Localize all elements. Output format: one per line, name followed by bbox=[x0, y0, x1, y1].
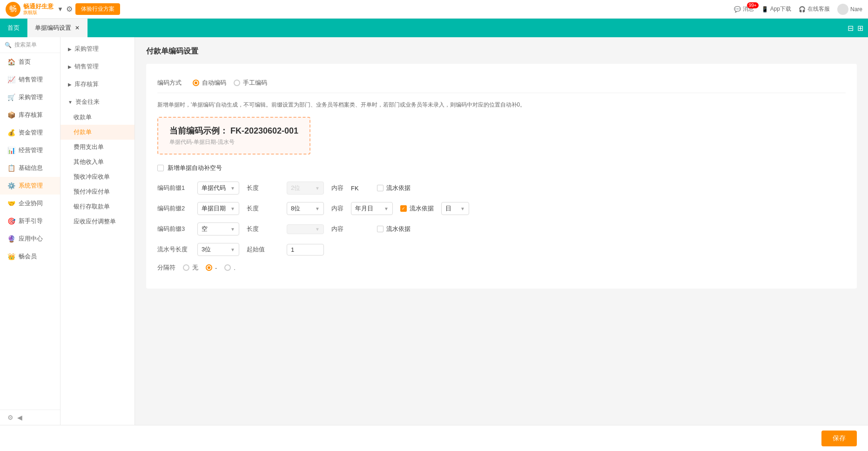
radio-auto[interactable]: 自动编码 bbox=[193, 79, 226, 87]
serial-3-checkbox[interactable] bbox=[377, 226, 384, 232]
content-2-select[interactable]: 年月日 ▼ bbox=[351, 202, 393, 215]
sidebar-item-finance[interactable]: 💰 资金管理 bbox=[0, 124, 60, 141]
service-btn[interactable]: 🎧 在线客服 bbox=[799, 5, 830, 13]
sidebar-item-inventory[interactable]: 📦 库存核算 bbox=[0, 106, 60, 124]
serial-length-label: 流水号长度 bbox=[157, 245, 190, 254]
sidebar-search[interactable]: 🔍 搜索菜单 bbox=[0, 37, 60, 53]
sub-item-pre-payment[interactable]: 预付冲应付单 bbox=[61, 184, 135, 199]
radio-auto-circle bbox=[193, 80, 199, 86]
sub-group-sales-title[interactable]: ▶ 销售管理 bbox=[61, 59, 135, 74]
system-icon: ⚙️ bbox=[7, 182, 15, 189]
sub-group-purchase-title[interactable]: ▶ 采购管理 bbox=[61, 41, 135, 57]
sep-dot[interactable]: . bbox=[224, 264, 236, 271]
sidebar-item-system[interactable]: ⚙️ 系统管理 bbox=[0, 177, 60, 195]
length-1-select-disabled: 2位 ▼ bbox=[287, 182, 324, 195]
tab-encode-label: 单据编码设置 bbox=[35, 24, 71, 32]
app-download-btn[interactable]: 📱 App下载 bbox=[761, 5, 791, 13]
content-2-label: 内容 bbox=[331, 204, 343, 213]
serial-length-select[interactable]: 3位 ▼ bbox=[197, 243, 239, 256]
prefix-2-select[interactable]: 单据日期 ▼ bbox=[197, 202, 239, 215]
auto-fill-checkbox[interactable] bbox=[157, 165, 164, 171]
nav-dropdown-btn[interactable]: ▼ bbox=[57, 6, 63, 13]
start-value-label: 起始值 bbox=[247, 245, 279, 254]
sub-item-expense[interactable]: 费用支出单 bbox=[61, 140, 135, 155]
prefix-2-label: 编码前缀2 bbox=[157, 204, 190, 213]
tab-home[interactable]: 首页 bbox=[0, 19, 27, 37]
length-2-select[interactable]: 8位 ▼ bbox=[287, 202, 324, 215]
day-select[interactable]: 日 ▼ bbox=[441, 202, 469, 215]
radio-manual[interactable]: 手工编码 bbox=[234, 79, 267, 87]
logo-text: 畅通好生意 旗舰版 bbox=[23, 3, 54, 16]
start-value-input[interactable] bbox=[287, 244, 324, 256]
separator-label: 分隔符 bbox=[157, 263, 175, 272]
sub-group-inventory: ▶ 库存核算 bbox=[61, 76, 135, 92]
sidebar-item-guide[interactable]: 🎯 新手引导 bbox=[0, 212, 60, 230]
settings-btn[interactable]: ⚙ bbox=[66, 5, 73, 13]
sidebar-item-business[interactable]: 📊 经营管理 bbox=[0, 141, 60, 159]
sales-icon: 📈 bbox=[7, 76, 15, 83]
sub-item-adjust[interactable]: 应收应付调整单 bbox=[61, 214, 135, 229]
industry-btn[interactable]: 体验行业方案 bbox=[75, 3, 120, 15]
code-preview-box: 当前编码示例： FK-20230602-001 单据代码-单据日期-流水号 bbox=[157, 117, 310, 155]
sep-dash[interactable]: - bbox=[206, 264, 217, 271]
save-button[interactable]: 保存 bbox=[821, 431, 857, 446]
sep-none[interactable]: 无 bbox=[183, 263, 198, 272]
tab-encode-settings[interactable]: 单据编码设置 ✕ bbox=[27, 19, 87, 37]
sidebar-item-finance-label: 资金管理 bbox=[19, 128, 43, 137]
sep-none-label: 无 bbox=[192, 263, 198, 272]
sidebar-item-apps[interactable]: 🔮 应用中心 bbox=[0, 230, 60, 248]
sub-item-receipt[interactable]: 收款单 bbox=[61, 110, 135, 125]
sub-item-bank[interactable]: 银行存取款单 bbox=[61, 199, 135, 214]
sub-item-payment[interactable]: 付款单 bbox=[61, 125, 135, 140]
sidebar-item-corp[interactable]: 🤝 企业协同 bbox=[0, 195, 60, 212]
tab-close-icon[interactable]: ✕ bbox=[75, 25, 80, 31]
prefix-row-2: 编码前缀2 单据日期 ▼ 长度 8位 ▼ 内容 年月日 ▼ ✓ 流水依据 bbox=[157, 202, 846, 215]
encode-method-row: 编码方式 自动编码 手工编码 bbox=[157, 73, 846, 93]
tab-minimize-btn[interactable]: ⊟ bbox=[848, 24, 854, 33]
business-icon: 📊 bbox=[7, 147, 15, 154]
chevron-down-icon: ▼ bbox=[68, 100, 73, 105]
sidebar-item-home[interactable]: 🏠 首页 bbox=[0, 53, 60, 71]
sidebar-item-purchase-label: 采购管理 bbox=[19, 93, 43, 101]
service-label: 在线客服 bbox=[807, 5, 830, 13]
content-2-value: 年月日 bbox=[355, 204, 373, 213]
content-1-value: FK bbox=[351, 185, 370, 192]
logo-sub: 旗舰版 bbox=[23, 10, 54, 15]
sidebar-item-purchase[interactable]: 🛒 采购管理 bbox=[0, 88, 60, 106]
sidebar-item-base[interactable]: 📋 基础信息 bbox=[0, 159, 60, 177]
sub-item-pre-receipt[interactable]: 预收冲应收单 bbox=[61, 169, 135, 184]
tab-maximize-btn[interactable]: ⊞ bbox=[857, 24, 863, 33]
sub-group-inventory-title[interactable]: ▶ 库存核算 bbox=[61, 76, 135, 92]
prefix-2-value: 单据日期 bbox=[202, 204, 226, 213]
length-1-chevron: ▼ bbox=[315, 186, 320, 191]
prefix-row-1: 编码前缀1 单据代码 ▼ 长度 2位 ▼ 内容 FK 流水依据 bbox=[157, 182, 846, 195]
auto-fill-row: 新增单据自动补空号 bbox=[157, 164, 846, 172]
avatar bbox=[837, 4, 848, 15]
app-icon: 📱 bbox=[761, 6, 768, 13]
guide-icon: 🎯 bbox=[7, 217, 15, 225]
user-name: Nare bbox=[850, 6, 862, 13]
prefix-3-select[interactable]: 空 ▼ bbox=[197, 222, 239, 236]
sub-item-other-income[interactable]: 其他收入单 bbox=[61, 155, 135, 169]
sub-group-capital-label: 资金往来 bbox=[75, 98, 100, 106]
user-area[interactable]: Nare bbox=[837, 4, 862, 15]
sidebar-settings-btn[interactable]: ⚙ bbox=[7, 414, 13, 421]
sidebar: 🔍 搜索菜单 🏠 首页 📈 销售管理 🛒 采购管理 📦 库存核算 💰 bbox=[0, 37, 61, 425]
serial-row: 流水号长度 3位 ▼ 起始值 bbox=[157, 243, 846, 256]
sidebar-item-sales[interactable]: 📈 销售管理 bbox=[0, 71, 60, 88]
info-text: 新增单据时，'单据编码'自动生成，不可编辑。前缀设置为部门、业务员等档案类、开单… bbox=[157, 101, 846, 109]
sidebar-item-member[interactable]: 👑 畅会员 bbox=[0, 248, 60, 265]
serial-3-check: 流水依据 bbox=[377, 225, 410, 233]
serial-2-checkbox[interactable]: ✓ bbox=[400, 205, 407, 212]
serial-2-label: 流水依据 bbox=[410, 204, 434, 213]
serial-length-value: 3位 bbox=[202, 245, 211, 254]
sidebar-collapse-btn[interactable]: ◀ bbox=[17, 414, 22, 421]
length-1-value: 2位 bbox=[291, 184, 300, 192]
sidebar-item-inventory-label: 库存核算 bbox=[19, 111, 43, 119]
message-btn[interactable]: 💬 消息 99+ bbox=[734, 5, 754, 13]
sub-group-capital-title[interactable]: ▼ 资金往来 bbox=[61, 94, 135, 110]
serial-1-checkbox[interactable] bbox=[377, 185, 384, 191]
length-3-chevron: ▼ bbox=[315, 227, 320, 232]
prefix-1-select[interactable]: 单据代码 ▼ bbox=[197, 182, 239, 195]
sidebar-item-home-label: 首页 bbox=[19, 58, 31, 66]
